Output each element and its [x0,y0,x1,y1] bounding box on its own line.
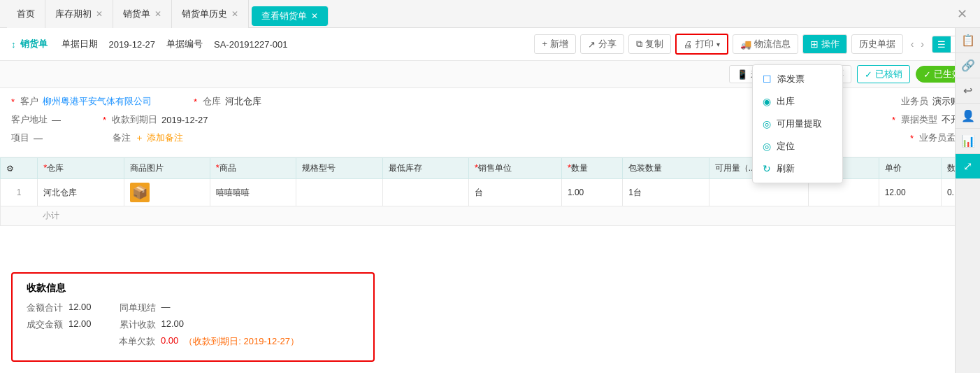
print-button[interactable]: 🖨 打印 ▾ [675,34,728,55]
print-dropdown-arrow[interactable]: ▾ [716,41,720,48]
col-settings[interactable]: ⚙ [1,158,38,179]
close-sales-order-tab-icon[interactable]: ✕ [154,9,161,19]
customer-field: * 客户 柳州粤港平安气体有限公司 [11,95,152,108]
tab-sales-order-label: 销货单 [123,8,150,20]
subtotal-label: 小计 [1,206,980,226]
owed-label: 本单欠款 [119,335,155,348]
print-label: 打印 [696,38,714,50]
tab-inventory-init[interactable]: 库存期初 ✕ [45,0,113,28]
dropdown-add-invoice[interactable]: ☐ 添发票 [753,68,842,90]
close-inventory-tab-icon[interactable]: ✕ [96,9,103,19]
reviewed-label: 已核销 [875,68,902,80]
tab-home[interactable]: 首页 [7,0,45,28]
doc-meta: 单据日期 2019-12-27 单据编号 SA-20191227-001 [62,38,535,50]
right-sidebar: 📋 🔗 ↩ 👤 📊 ⤢ [955,28,980,373]
close-sales-history-tab-icon[interactable]: ✕ [231,9,238,19]
row-product: 嘻嘻嘻嘻 [210,179,296,206]
doc-type-label: 销货单 [20,38,48,50]
tab-sales-history-label: 销货单历史 [182,8,227,20]
project-value: — [34,133,43,143]
doc-actions: + 新增 ↗ 分享 ⧉ 复制 🖨 打印 ▾ 🚚 物流信息 [534,34,969,55]
ops-dropdown: ☐ 添发票 ◉ 出库 ◎ 可用量提取 ◎ 定位 ↻ 刷新 [752,64,843,183]
tab-bar-right: ✕ [951,6,973,22]
tab-sales-history[interactable]: 销货单历史 ✕ [172,0,249,28]
col-min-stock: 最低库存 [382,158,468,179]
add-invoice-icon: ☐ [763,73,772,85]
due-date-label: 收款到期日 [112,113,157,126]
cumulative-field: 累计收款 12.00 [120,318,185,331]
next-arrow[interactable]: › [917,37,928,51]
salesperson-required: * [910,133,914,143]
number-label: 单据编号 [166,38,203,50]
same-order-field: 同单现结 — [120,302,171,314]
new-button[interactable]: + 新增 [534,34,575,54]
sales-order-icon: ↕ [11,39,16,50]
share-icon: ↗ [588,39,596,50]
total-label: 金额合计 [27,302,63,314]
close-view-sales-tab-icon[interactable]: ✕ [311,11,318,21]
row-pkg-qty: 1台 [623,179,709,206]
sidebar-expand-icon[interactable]: ⤢ [956,154,980,179]
row-warehouse: 河北仓库 [38,179,124,206]
dropdown-locate[interactable]: ◎ 定位 [753,135,842,157]
refresh-label: 刷新 [777,162,795,175]
view-list-icon[interactable]: ☰ [932,36,951,52]
dropdown-available[interactable]: ◎ 可用量提取 [753,113,842,135]
total-amount-field: 金额合计 12.00 [27,302,92,314]
row-qty: 1.00 [561,179,622,206]
col-price: 单价 [879,158,941,179]
sidebar-return-icon[interactable]: ↩ [956,78,980,104]
col-product: *商品 [210,158,296,179]
logistics-label: 物流信息 [754,38,791,50]
project-field: 项目 — [11,132,43,144]
tab-view-sales[interactable]: 查看销货单 ✕ [252,6,329,26]
nav-arrows: ‹ › [907,37,928,51]
payment-row-3: 本单欠款 0.00 （收款到期日: 2019-12-27） [27,335,359,348]
col-spec: 规格型号 [296,158,382,179]
copy-label: 复制 [645,38,663,50]
date-value: 2019-12-27 [109,39,156,50]
sidebar-chart-icon[interactable]: 📊 [956,129,980,154]
add-note-btn[interactable]: ＋ 添加备注 [135,132,183,144]
cumulative-label: 累计收款 [120,318,156,331]
doc-title: ↕ 销货单 [11,38,48,50]
copy-button[interactable]: ⧉ 复制 [628,34,671,54]
warehouse-field: * 仓库 河北仓库 [194,95,261,108]
refresh-icon: ↻ [763,163,771,174]
customer-required-marker: * [11,97,15,107]
subtotal-row: 小计 [1,206,980,226]
dropdown-outbound[interactable]: ◉ 出库 [753,90,842,113]
share-button[interactable]: ↗ 分享 [580,34,624,54]
window-close-icon[interactable]: ✕ [951,7,973,21]
dropdown-refresh[interactable]: ↻ 刷新 [753,157,842,180]
tab-sales-order[interactable]: 销货单 ✕ [113,0,172,28]
ops-button[interactable]: ⊞ 操作 [802,34,847,54]
copy-icon: ⧉ [636,38,642,50]
mobile-icon: 📱 [737,69,748,80]
history-button[interactable]: 历史单据 [851,34,903,54]
transaction-field: 成交金额 12.00 [27,318,92,331]
sidebar-doc-icon[interactable]: 📋 [956,28,980,53]
print-icon: 🖨 [684,39,693,50]
product-img-icon: 📦 [132,185,147,200]
project-label: 项目 [11,132,29,144]
row-min-stock [382,179,468,206]
customer-value[interactable]: 柳州粤港平安气体有限公司 [43,95,152,108]
due-note: （收款到期日: 2019-12-27） [184,335,299,348]
prev-arrow[interactable]: ‹ [907,37,918,51]
outbound-label: 出库 [777,95,795,108]
address-field: 客户地址 — [11,113,61,126]
reviewed-button[interactable]: ✓ 已核销 [857,65,910,83]
locate-icon: ◎ [763,141,771,152]
available-label: 可用量提取 [777,118,822,130]
doc-header: ↕ 销货单 单据日期 2019-12-27 单据编号 SA-20191227-0… [0,28,980,61]
payment-title: 收款信息 [27,282,359,295]
warehouse-required-marker: * [194,97,197,107]
sidebar-user-icon[interactable]: 👤 [956,104,980,129]
row-price: 12.00 [879,179,941,206]
ops-icon: ⊞ [810,38,819,50]
note-field: 备注 ＋ 添加备注 [113,132,183,144]
sidebar-link-icon[interactable]: 🔗 [956,53,980,78]
total-value: 12.00 [69,302,92,314]
logistics-button[interactable]: 🚚 物流信息 [733,34,798,54]
